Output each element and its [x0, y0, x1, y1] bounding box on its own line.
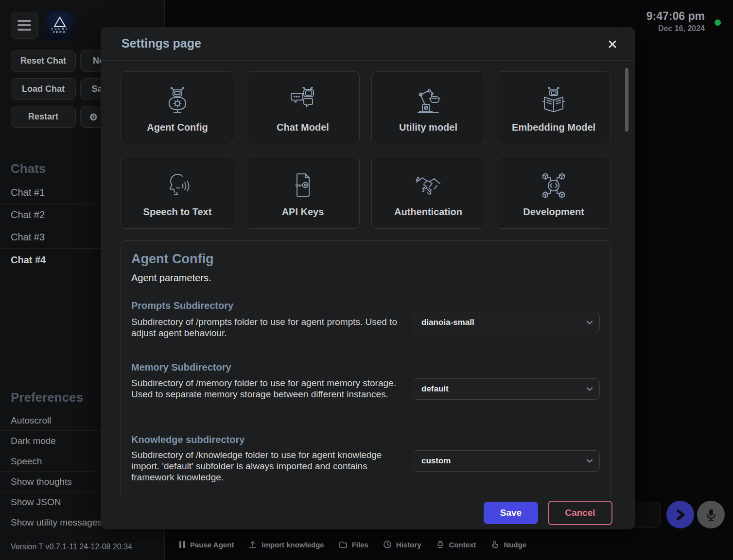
prompts-subdirectory-label: Prompts Subdirectory [131, 300, 233, 311]
folder-icon [339, 540, 348, 549]
section-title: Agent Config [131, 252, 213, 267]
knowledge-subdirectory-label: Knowledge subdirectory [131, 434, 244, 445]
settings-nav-agent-config[interactable]: Agent Config [121, 71, 234, 144]
context-icon [436, 540, 445, 549]
settings-modal-title: Settings page [122, 36, 201, 51]
pause-icon [179, 541, 186, 548]
cancel-button[interactable]: Cancel [548, 501, 612, 525]
robot-arm-icon [413, 87, 444, 115]
date-label: Dec 16, 2024 [646, 24, 705, 33]
knowledge-subdirectory-description: Subdirectory of /knowledge folder to use… [131, 449, 412, 483]
settings-nav-api-keys[interactable]: API Keys [246, 156, 360, 229]
reset-chat-button[interactable]: Reset Chat [11, 50, 76, 72]
logo-text-line2: ZERO [53, 31, 67, 34]
app-root: AGENT ZERO Reset Chat New Chat Load Chat… [0, 0, 733, 560]
gear-icon: ⚙ [89, 112, 98, 122]
history-button[interactable]: History [383, 540, 421, 549]
robot-chat-icon [287, 87, 318, 115]
close-modal-button[interactable] [606, 38, 619, 51]
prompts-subdirectory-select[interactable]: dianoia-small [413, 312, 600, 333]
logo-text-line1: AGENT [51, 27, 69, 31]
document-key-icon [287, 171, 318, 200]
import-knowledge-button[interactable]: Import knowledge [248, 540, 324, 549]
prompts-subdirectory-description: Subdirectory of /prompts folder to use f… [131, 316, 412, 339]
settings-nav-utility-model[interactable]: Utility model [371, 71, 485, 144]
settings-nav-embedding-model[interactable]: Embedding Model [497, 71, 611, 144]
preferences-header: Preferences [11, 390, 83, 405]
settings-nav-grid: Agent Config Chat Model [121, 71, 611, 229]
restart-button[interactable]: Restart [11, 106, 76, 128]
settings-modal-header: Settings page [101, 27, 635, 61]
chevron-down-icon [587, 321, 593, 324]
triangle-logo-icon [53, 17, 66, 27]
robot-gear-icon [162, 87, 193, 115]
code-network-icon [538, 171, 569, 200]
section-subtitle: Agent parameters. [131, 272, 211, 284]
close-icon [608, 39, 617, 49]
chats-header: Chats [11, 161, 46, 176]
knowledge-subdirectory-select[interactable]: custom [413, 450, 600, 472]
version-label: Version T v0.7.1-11 24-12-08 20:34 [0, 533, 165, 560]
pause-agent-button[interactable]: Pause Agent [179, 541, 234, 549]
connection-status-indicator [715, 19, 721, 26]
settings-nav-speech-to-text[interactable]: Speech to Text [121, 156, 234, 229]
memory-subdirectory-description: Subdirectory of /memory folder to use fo… [131, 377, 412, 400]
files-button[interactable]: Files [339, 540, 368, 549]
clock: 9:47:06 pm Dec 16, 2024 [646, 10, 705, 33]
chevron-down-icon [587, 387, 593, 391]
handshake-icon [413, 171, 444, 200]
modal-scrollbar-thumb[interactable] [625, 68, 628, 132]
send-message-button[interactable] [666, 501, 694, 528]
settings-nav-chat-model[interactable]: Chat Model [246, 71, 360, 144]
agent-config-section: Agent Config Agent parameters. Prompts S… [121, 240, 611, 512]
clock-icon [383, 540, 392, 549]
chevron-down-icon [587, 459, 593, 463]
agent-zero-logo: AGENT ZERO [45, 11, 74, 40]
context-button[interactable]: Context [436, 540, 476, 549]
upload-icon [248, 540, 257, 549]
microphone-icon [704, 508, 718, 522]
send-arrow-icon [674, 509, 687, 521]
hamburger-icon [17, 20, 31, 22]
load-chat-button[interactable]: Load Chat [11, 78, 76, 100]
bottom-toolbar: Pause Agent Import knowledge Files Histo… [179, 537, 526, 552]
settings-nav-authentication[interactable]: Authentication [371, 156, 485, 229]
hand-icon [490, 540, 499, 549]
nudge-button[interactable]: Nudge [490, 540, 526, 549]
settings-nav-development[interactable]: Development [497, 156, 611, 229]
time-label: 9:47:06 pm [646, 10, 705, 23]
robot-book-icon [538, 87, 569, 115]
hamburger-menu-button[interactable] [11, 12, 38, 39]
microphone-button[interactable] [697, 501, 725, 528]
settings-modal: Settings page Agent Config [101, 27, 635, 529]
memory-subdirectory-select[interactable]: default [413, 378, 600, 400]
speaking-face-icon [162, 171, 193, 200]
memory-subdirectory-label: Memory Subdirectory [131, 362, 231, 373]
save-button[interactable]: Save [484, 502, 538, 524]
